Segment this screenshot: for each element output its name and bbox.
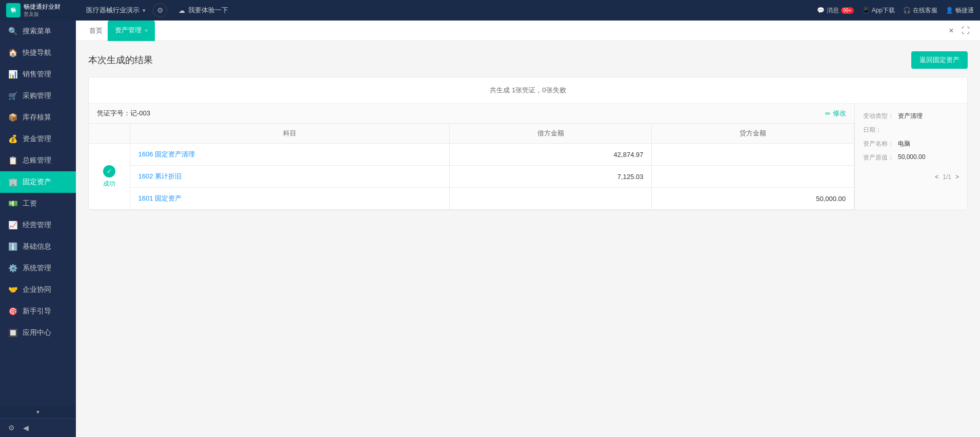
app-download-icon: 📱 [862, 7, 870, 14]
sidebar: 🔍 搜索菜单 🏠 快捷导航 📊 销售管理 🛒 采购管理 📦 库存核算 💰 [0, 21, 76, 437]
return-button[interactable]: 返回固定资产 [911, 51, 968, 69]
company-dropdown-icon: ▾ [143, 7, 146, 14]
sidebar-item-label: 固定资产 [23, 177, 51, 187]
basic-info-icon: ℹ️ [8, 242, 17, 251]
result-summary: 共生成 1张凭证，0张失败 [89, 77, 967, 104]
page-title: 本次生成的结果 [88, 54, 153, 66]
panel-expand-button[interactable]: ⛶ [959, 25, 972, 37]
sidebar-item-app-center[interactable]: 🔲 应用中心 [0, 322, 76, 344]
sidebar-item-label: 基础信息 [23, 242, 51, 251]
sidebar-item-label: 快捷导航 [23, 48, 51, 57]
voucher-section: 凭证字号：记-003 ✏ 修改 科目 借方金额 [89, 104, 967, 210]
edit-voucher-button[interactable]: ✏ 修改 [825, 109, 846, 118]
inventory-icon: 📦 [8, 113, 17, 122]
result-container: 共生成 1张凭证，0张失败 凭证字号：记-003 ✏ 修改 [88, 77, 968, 210]
sidebar-item-label: 搜索菜单 [23, 27, 51, 36]
pagination: < 1/1 > [863, 167, 959, 181]
logo-area: 畅 畅捷通好业财 普及版 [6, 3, 82, 18]
sidebar-scroll-down[interactable]: ▼ [0, 406, 76, 418]
date-row: 日期： [863, 126, 959, 134]
fixed-assets-icon: 🏢 [8, 177, 17, 187]
sidebar-item-guide[interactable]: 🎯 新手引导 [0, 301, 76, 322]
payroll-icon: 💵 [8, 199, 17, 208]
row3-subject: 1601 固定资产 [130, 188, 449, 210]
sidebar-collapse-icon[interactable]: ◀ [23, 424, 29, 432]
tab-home[interactable]: 首页 [84, 21, 108, 41]
change-type-value: 资产清理 [898, 112, 923, 121]
change-type-row: 变动类型： 资产清理 [863, 112, 959, 121]
panel-close-button[interactable]: × [945, 25, 957, 37]
main-layout: 🔍 搜索菜单 🏠 快捷导航 📊 销售管理 🛒 采购管理 📦 库存核算 💰 [0, 21, 980, 437]
sidebar-item-enterprise[interactable]: 🤝 企业协同 [0, 279, 76, 301]
voucher-header: 凭证字号：记-003 ✏ 修改 [89, 104, 854, 124]
content-area: 首页 资产管理 × × ⛶ 本次生成的结果 返回固定资产 共生成 1张凭证，0张… [76, 21, 980, 437]
app-download-label: App下载 [872, 6, 895, 15]
search-menu-icon: 🔍 [8, 27, 17, 36]
sidebar-item-label: 采购管理 [23, 91, 51, 101]
sidebar-item-fixed-assets[interactable]: 🏢 固定资产 [0, 171, 76, 193]
page-title-row: 本次生成的结果 返回固定资产 [88, 51, 968, 69]
user-name: 畅捷通 [955, 6, 974, 15]
message-item[interactable]: 💬 消息 99 [817, 6, 854, 15]
col-subject: 科目 [130, 124, 449, 144]
user-item[interactable]: 👤 畅捷通 [946, 6, 974, 15]
voucher-table: 科目 借方金额 贷方金额 [89, 124, 854, 210]
row1-credit [652, 144, 854, 166]
funds-icon: 💰 [8, 134, 17, 144]
company-settings-icon[interactable]: ⚙ [153, 3, 167, 17]
sidebar-item-purchase[interactable]: 🛒 采购管理 [0, 85, 76, 107]
message-icon: 💬 [817, 7, 825, 14]
row2-credit [652, 166, 854, 188]
asset-name-row: 资产名称： 电脑 [863, 140, 959, 148]
sidebar-bottom: ⚙ ◀ [0, 418, 76, 437]
company-name: 医疗器械行业演示 [86, 6, 139, 15]
tab-asset-management[interactable]: 资产管理 × [108, 21, 155, 41]
sidebar-item-label: 系统管理 [23, 264, 51, 273]
sidebar-item-label: 经营管理 [23, 221, 51, 230]
management-icon: 📈 [8, 221, 17, 230]
sidebar-item-general-ledger[interactable]: 📋 总账管理 [0, 150, 76, 171]
sidebar-item-label: 总账管理 [23, 156, 51, 165]
sales-icon: 📊 [8, 70, 17, 79]
tab-close-icon[interactable]: × [145, 27, 148, 33]
online-support-icon: 🎧 [903, 7, 911, 14]
sidebar-item-label: 销售管理 [23, 70, 51, 79]
sidebar-item-inventory[interactable]: 📦 库存核算 [0, 107, 76, 128]
asset-name-label: 资产名称： [863, 140, 894, 148]
sidebar-item-label: 应用中心 [23, 328, 51, 337]
company-selector[interactable]: 医疗器械行业演示 ▾ ⚙ ☁ 我要体验一下 [86, 3, 817, 17]
experience-icon: ☁ [178, 7, 185, 14]
sidebar-item-basic-info[interactable]: ℹ️ 基础信息 [0, 236, 76, 257]
table-row: ✓ 成功 1606 固定资产清理 42,874.97 [89, 144, 854, 166]
col-credit: 贷方金额 [652, 124, 854, 144]
sidebar-item-sales[interactable]: 📊 销售管理 [0, 64, 76, 85]
success-text: 成功 [103, 180, 115, 188]
page-content: 本次生成的结果 返回固定资产 共生成 1张凭证，0张失败 凭证字号：记-003 … [76, 41, 980, 437]
col-debit: 借方金额 [449, 124, 652, 144]
user-avatar-icon: 👤 [946, 7, 953, 14]
sidebar-item-system[interactable]: ⚙️ 系统管理 [0, 257, 76, 279]
prev-page-button[interactable]: < [935, 173, 938, 181]
sidebar-item-quick-nav[interactable]: 🏠 快捷导航 [0, 42, 76, 64]
sidebar-item-payroll[interactable]: 💵 工资 [0, 193, 76, 214]
status-cell: ✓ 成功 [97, 165, 122, 188]
sidebar-settings-icon[interactable]: ⚙ [8, 424, 15, 432]
sidebar-item-management[interactable]: 📈 经营管理 [0, 214, 76, 236]
top-header: 畅 畅捷通好业财 普及版 医疗器械行业演示 ▾ ⚙ ☁ 我要体验一下 💬 消息 … [0, 0, 980, 21]
next-page-button[interactable]: > [955, 173, 959, 181]
app-center-icon: 🔲 [8, 328, 17, 337]
sidebar-item-label: 库存核算 [23, 113, 51, 122]
experience-button[interactable]: ☁ 我要体验一下 [178, 6, 228, 15]
app-download-item[interactable]: 📱 App下载 [862, 6, 895, 15]
online-support-item[interactable]: 🎧 在线客服 [903, 6, 937, 15]
header-right-area: 💬 消息 99 📱 App下载 🎧 在线客服 👤 畅捷通 [817, 6, 974, 15]
sidebar-item-search-menu[interactable]: 🔍 搜索菜单 [0, 21, 76, 42]
voucher-no: 凭证字号：记-003 [97, 109, 150, 118]
date-label: 日期： [863, 126, 882, 134]
sidebar-item-label: 资金管理 [23, 134, 51, 144]
sidebar-item-funds[interactable]: 💰 资金管理 [0, 128, 76, 150]
tab-label: 资产管理 [115, 26, 142, 35]
scroll-down-arrow: ▼ [35, 409, 41, 415]
row3-credit: 50,000.00 [652, 188, 854, 210]
col-status [89, 124, 130, 144]
